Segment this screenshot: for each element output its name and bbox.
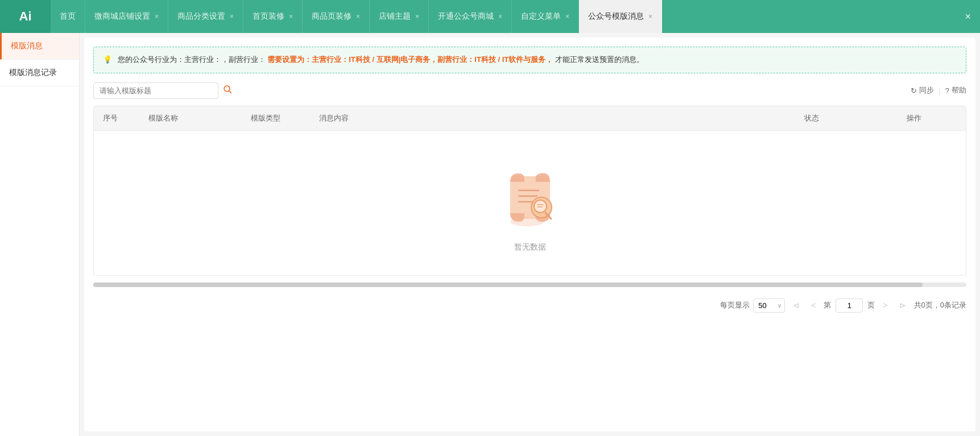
toolbar-right: ↻ 同步 | ? 帮助 (911, 85, 966, 95)
nav-tab-close-homepage[interactable]: × (289, 13, 293, 20)
close-all-button[interactable]: × (956, 11, 980, 23)
total-info: 共0页，0条记录 (914, 300, 966, 310)
help-icon: ? (945, 86, 949, 95)
nav-tab-label-mall: 开通公众号商城 (438, 11, 494, 22)
sidebar-item-template-msg[interactable]: 模版消息 (0, 33, 79, 60)
nav-tab-close-template[interactable]: × (648, 13, 652, 20)
page-size-select[interactable]: 102050100 (753, 298, 785, 313)
empty-text: 暂无数据 (514, 242, 546, 252)
logo-text: Ai (19, 9, 32, 24)
nav-tab-category[interactable]: 商品分类设置× (168, 0, 243, 33)
empty-state: 暂无数据 (94, 131, 966, 275)
svg-point-7 (534, 200, 547, 213)
toolbar-divider: | (938, 86, 940, 95)
nav-tab-label-template: 公众号模版消息 (588, 11, 644, 22)
main-layout: 模版消息模版消息记录 💡 您的公众号行业为：主营行业：，副营行业： 需要设置为：… (0, 33, 980, 436)
logo: Ai (0, 0, 51, 33)
page-size-select-wrap: 102050100 (753, 298, 785, 313)
pagination: 每页显示 102050100 ⊲ < 第 页 > ⊳ 共0页，0条记录 (93, 294, 966, 317)
nav-tab-home[interactable]: 首页 (51, 0, 85, 33)
nav-tab-label-product: 商品页装修 (312, 11, 352, 22)
help-button[interactable]: ? 帮助 (945, 85, 966, 95)
table-header: 序号模版名称模版类型消息内容状态操作 (94, 106, 966, 131)
content-area: 💡 您的公众号行业为：主营行业：，副营行业： 需要设置为：主营行业：IT科技 /… (84, 38, 975, 431)
sidebar-item-template-record[interactable]: 模版消息记录 (0, 60, 79, 86)
nav-tab-product[interactable]: 商品页装修× (303, 0, 370, 33)
table-header-content: 消息内容 (310, 106, 795, 130)
sync-icon: ↻ (911, 86, 917, 95)
nav-tab-homepage[interactable]: 首页装修× (243, 0, 303, 33)
nav-tab-label-homepage: 首页装修 (253, 11, 284, 22)
nav-tab-weshop[interactable]: 微商城店铺设置× (85, 0, 168, 33)
page-size-wrap: 每页显示 102050100 (720, 298, 785, 313)
sync-label: 同步 (919, 85, 934, 95)
help-label: 帮助 (952, 85, 966, 95)
sidebar: 模版消息模版消息记录 (0, 33, 80, 436)
nav-tab-close-weshop[interactable]: × (155, 13, 159, 20)
nav-tab-label-custommenu: 自定义菜单 (521, 11, 561, 22)
nav-tab-custommenu[interactable]: 自定义菜单× (512, 0, 579, 33)
search-icon (223, 85, 232, 94)
nav-tab-close-theme[interactable]: × (415, 13, 419, 20)
table-header-index: 序号 (94, 106, 139, 130)
table-header-type: 模版类型 (242, 106, 310, 130)
notice-icon: 💡 (103, 55, 112, 64)
sync-button[interactable]: ↻ 同步 (911, 85, 934, 95)
page-number-input[interactable] (836, 298, 863, 313)
nav-tab-close-category[interactable]: × (230, 13, 234, 20)
nav-tab-label-theme: 店铺主题 (379, 11, 411, 22)
notice-banner: 💡 您的公众号行业为：主营行业：，副营行业： 需要设置为：主营行业：IT科技 /… (93, 47, 966, 73)
nav-tab-label-weshop: 微商城店铺设置 (94, 11, 150, 22)
table-container: 序号模版名称模版类型消息内容状态操作 (93, 106, 966, 276)
nav-tab-theme[interactable]: 店铺主题× (370, 0, 429, 33)
notice-highlight: 需要设置为：主营行业：IT科技 / 互联网|电子商务，副营行业：IT科技 / I… (267, 55, 553, 64)
notice-prefix: 您的公众号行业为：主营行业：，副营行业： (118, 55, 266, 64)
page-size-label: 每页显示 (720, 300, 750, 310)
nav-tab-label-category: 商品分类设置 (177, 11, 225, 22)
top-nav: Ai 首页微商城店铺设置×商品分类设置×首页装修×商品页装修×店铺主题×开通公众… (0, 0, 980, 33)
search-input[interactable] (93, 82, 218, 99)
nav-tab-label-home: 首页 (60, 11, 76, 22)
scrollbar-thumb (93, 283, 923, 287)
first-page-button[interactable]: ⊲ (789, 300, 803, 311)
page-label-pre: 第 (824, 300, 831, 310)
nav-tab-close-mall[interactable]: × (498, 13, 502, 20)
nav-tab-template[interactable]: 公众号模版消息× (579, 0, 662, 33)
last-page-button[interactable]: ⊳ (896, 300, 909, 311)
search-bar: ↻ 同步 | ? 帮助 (93, 82, 966, 99)
empty-illustration (496, 165, 564, 233)
table-header-action: 操作 (898, 106, 966, 130)
nav-tab-close-product[interactable]: × (356, 13, 360, 20)
next-page-button[interactable]: > (879, 300, 891, 311)
nav-tabs: 首页微商城店铺设置×商品分类设置×首页装修×商品页装修×店铺主题×开通公众号商城… (51, 0, 956, 33)
table-header-name: 模版名称 (139, 106, 242, 130)
notice-suffix: 才能正常发送预置的消息。 (555, 55, 644, 64)
nav-tab-mall[interactable]: 开通公众号商城× (429, 0, 512, 33)
svg-line-1 (229, 91, 231, 93)
table-header-status: 状态 (795, 106, 898, 130)
nav-tab-close-custommenu[interactable]: × (565, 13, 569, 20)
search-button[interactable] (223, 85, 232, 96)
page-label-post: 页 (867, 300, 875, 310)
prev-page-button[interactable]: < (808, 300, 819, 311)
scrollbar-area[interactable] (93, 283, 966, 287)
